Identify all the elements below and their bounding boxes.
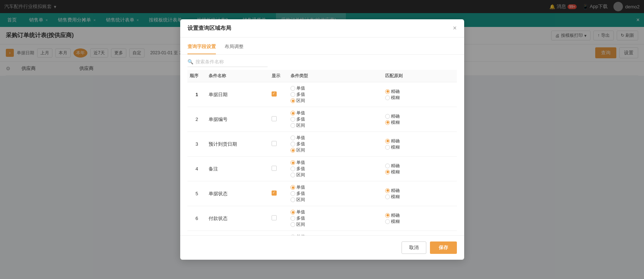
modal-tab-query-label: 查询字段设置 [187, 44, 216, 49]
th-order: 顺序 [187, 70, 206, 76]
settings-modal: 设置查询区域布局 × 查询字段设置 布局调整 🔍 顺序 [180, 19, 464, 76]
modal-header: 设置查询区域布局 × [180, 19, 464, 38]
th-show: 显示 [269, 70, 288, 76]
th-match: 匹配原则 [383, 70, 457, 76]
modal-tab-layout[interactable]: 布局调整 [225, 41, 244, 54]
modal-tabs: 查询字段设置 布局调整 [180, 38, 464, 55]
modal-tab-query[interactable]: 查询字段设置 [187, 41, 216, 54]
modal-title: 设置查询区域布局 [187, 25, 231, 32]
search-box: 🔍 [187, 59, 268, 67]
modal-overlay: 设置查询区域布局 × 查询字段设置 布局调整 🔍 顺序 [0, 0, 644, 76]
th-name: 条件名称 [206, 70, 269, 76]
modal-tab-layout-label: 布局调整 [225, 44, 244, 49]
modal-close-button[interactable]: × [453, 24, 457, 32]
search-icon: 🔍 [187, 59, 193, 64]
modal-search-area: 🔍 [180, 55, 464, 70]
th-type: 条件类型 [288, 70, 383, 76]
search-input[interactable] [195, 59, 261, 64]
modal-table: 顺序 条件名称 显示 条件类型 匹配原则 1单据日期单值多值区间精确模糊2单据编… [180, 70, 464, 76]
